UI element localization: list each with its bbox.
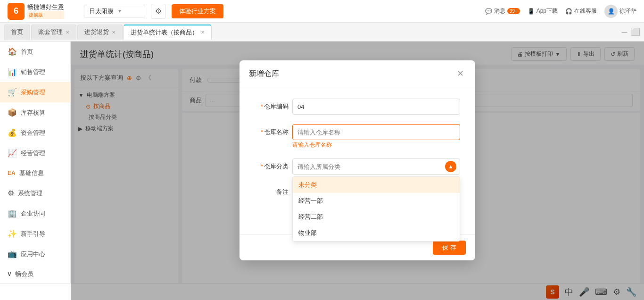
- form-row-name: 仓库名称 请输入仓库名称: [255, 124, 460, 149]
- message-label: 消息: [494, 7, 505, 15]
- tab-purchase-return-close-icon[interactable]: ✕: [112, 30, 116, 35]
- dropdown-item-ops1[interactable]: 经营一部: [293, 193, 460, 209]
- tab-purchase-return[interactable]: 进货退货 ✕: [77, 25, 123, 40]
- sidebar-item-operations-label: 经营管理: [21, 149, 45, 158]
- sidebar-item-inventory[interactable]: 📦 库存核算: [0, 102, 70, 123]
- message-icon: 💬: [485, 8, 492, 15]
- category-dropdown: 未分类 经营一部 经营二部 物业部: [292, 176, 460, 242]
- sidebar-item-sales-label: 销售管理: [21, 68, 45, 76]
- sidebar-item-enterprise-label: 企业协同: [21, 209, 45, 218]
- category-field: ▲ 未分类 经营一部 经营二部 物业部: [292, 158, 460, 175]
- tab-purchase-stats-label: 进货单统计表（按商品）: [131, 28, 198, 37]
- purchase-icon: 🛒: [8, 88, 17, 97]
- settings-icon-btn[interactable]: ⚙: [151, 4, 166, 19]
- app-name: 畅捷通好生意: [27, 3, 64, 11]
- basic-icon: EA: [8, 170, 16, 176]
- tab-home-label: 首页: [11, 28, 23, 36]
- user-item[interactable]: 👤 徐泽华: [604, 5, 636, 18]
- sidebar-item-enterprise[interactable]: 🏢 企业协同: [0, 203, 70, 224]
- sidebar-item-purchase[interactable]: 🛒 采购管理: [0, 82, 70, 102]
- sidebar-item-operations[interactable]: 📈 经营管理: [0, 143, 70, 163]
- topbar: 6 畅捷通好生意 捷易版 日太阳膜 ▼ ⚙ 体验行业方案 💬 消息 99+ 📱 …: [0, 0, 644, 23]
- avatar: 👤: [604, 5, 618, 18]
- online-service-item[interactable]: 🎧 在线客服: [565, 7, 597, 15]
- sidebar-item-system-label: 系统管理: [18, 189, 42, 198]
- sidebar-item-home-label: 首页: [21, 48, 33, 56]
- member-icon: V: [8, 271, 11, 277]
- apps-icon: 📺: [8, 250, 17, 258]
- sidebar-item-finance-label: 资金管理: [21, 129, 45, 137]
- sidebar-item-basic[interactable]: EA 基础信息: [0, 163, 70, 183]
- sidebar-item-sales[interactable]: 📊 销售管理: [0, 62, 70, 82]
- dialog-header: 新增仓库 ✕: [239, 60, 475, 87]
- inventory-icon: 📦: [8, 108, 17, 117]
- operations-icon: 📈: [8, 149, 17, 158]
- tab-home[interactable]: 首页: [4, 25, 30, 40]
- message-badge: 99+: [507, 8, 520, 14]
- dropdown-item-ops2[interactable]: 经营二部: [293, 209, 460, 225]
- category-input[interactable]: [292, 158, 460, 175]
- sidebar-item-member[interactable]: V 畅会员: [0, 264, 70, 284]
- sidebar-item-finance[interactable]: 💰 资金管理: [0, 123, 70, 143]
- tab-accounts[interactable]: 账套管理 ✕: [31, 25, 76, 40]
- enterprise-icon: 🏢: [8, 209, 17, 218]
- sidebar-item-guide[interactable]: ✨ 新手引导: [0, 224, 70, 244]
- sidebar-item-guide-label: 新手引导: [21, 230, 45, 238]
- sales-icon: 📊: [8, 67, 17, 76]
- finance-icon: 💰: [8, 128, 17, 137]
- system-icon: ⚙: [8, 189, 14, 198]
- dropdown-item-property[interactable]: 物业部: [293, 225, 460, 241]
- username-label: 徐泽华: [619, 7, 636, 15]
- sidebar-item-apps-label: 应用中心: [21, 250, 45, 258]
- app-download-label: App下载: [537, 7, 558, 15]
- dialog-title: 新增仓库: [249, 69, 279, 79]
- sidebar-item-member-label: 畅会员: [15, 270, 33, 278]
- topbar-right: 💬 消息 99+ 📱 App下载 🎧 在线客服 👤 徐泽华: [485, 5, 636, 18]
- message-item[interactable]: 💬 消息 99+: [485, 7, 520, 15]
- dialog-body: 仓库编码 仓库名称 请输入仓库名称: [239, 87, 475, 234]
- online-service-label: 在线客服: [574, 7, 597, 15]
- sidebar-item-inventory-label: 库存核算: [21, 108, 45, 117]
- name-input[interactable]: [292, 124, 460, 140]
- store-selector[interactable]: 日太阳膜 ▼: [84, 5, 145, 18]
- sidebar-item-home[interactable]: 🏠 首页: [0, 42, 70, 62]
- sidebar-item-apps[interactable]: 📺 应用中心: [0, 244, 70, 264]
- tab-minimize-icon[interactable]: ─: [622, 28, 627, 36]
- tab-accounts-close-icon[interactable]: ✕: [66, 30, 69, 35]
- app-logo-icon: 6: [8, 3, 25, 20]
- form-row-code: 仓库编码: [255, 99, 460, 115]
- app-download-item[interactable]: 📱 App下载: [528, 7, 558, 15]
- dropdown-item-uncategorized[interactable]: 未分类: [293, 177, 460, 193]
- sidebar-item-system[interactable]: ⚙ 系统管理: [0, 183, 70, 203]
- phone-icon: 📱: [528, 8, 535, 15]
- category-arrow-icon[interactable]: ▲: [445, 161, 456, 172]
- trial-button[interactable]: 体验行业方案: [172, 4, 223, 18]
- tab-purchase-stats[interactable]: 进货单统计表（按商品） ✕: [124, 25, 212, 40]
- tab-purchase-return-label: 进货退货: [84, 28, 109, 36]
- category-label: 仓库分类: [255, 158, 292, 171]
- sidebar-item-purchase-label: 采购管理: [21, 88, 45, 97]
- name-field: 请输入仓库名称: [292, 124, 460, 149]
- code-field: [292, 99, 460, 115]
- home-icon: 🏠: [8, 47, 17, 56]
- tab-purchase-stats-close-icon[interactable]: ✕: [201, 30, 205, 35]
- save-button[interactable]: 保 存: [433, 241, 466, 255]
- dialog-close-icon[interactable]: ✕: [454, 68, 466, 79]
- form-row-category: 仓库分类 ▲ 未分类 经营一部 经营二部 物业部: [255, 158, 460, 175]
- name-error-msg: 请输入仓库名称: [292, 141, 460, 149]
- content-area: 进货单统计(按商品) 🖨 按模板打印 ▼ ⬆ 导出 ↺ 刷新: [71, 42, 644, 300]
- guide-icon: ✨: [8, 229, 17, 238]
- add-warehouse-dialog: 新增仓库 ✕ 仓库编码 仓库名称: [239, 60, 475, 260]
- app-badge: 捷易版: [27, 11, 64, 19]
- code-input[interactable]: [292, 99, 460, 115]
- logo-area: 6 畅捷通好生意 捷易版: [8, 3, 78, 20]
- note-label: 备注: [255, 184, 292, 196]
- tab-expand-icon[interactable]: ⬜: [631, 27, 640, 36]
- sidebar: 🏠 首页 📊 销售管理 🛒 采购管理 📦 库存核算 💰 资金管理 📈 经营管理 …: [0, 42, 71, 300]
- sidebar-item-basic-label: 基础信息: [19, 169, 44, 177]
- tabbar: 首页 账套管理 ✕ 进货退货 ✕ 进货单统计表（按商品） ✕ ─ ⬜: [0, 23, 644, 42]
- name-label: 仓库名称: [255, 124, 292, 136]
- dialog-overlay: 新增仓库 ✕ 仓库编码 仓库名称: [71, 42, 644, 300]
- headset-icon: 🎧: [565, 8, 572, 15]
- store-name: 日太阳膜: [89, 7, 114, 16]
